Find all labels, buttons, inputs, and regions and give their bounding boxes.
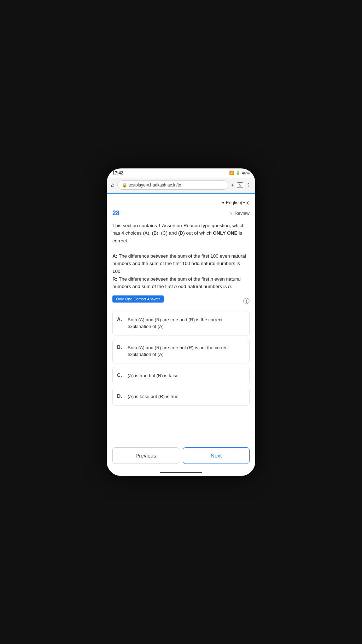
option-b-text: Both (A) and (R) are true but (R) is not… [128, 344, 245, 358]
battery-icon: 🔋 [235, 171, 240, 175]
question-number: 28 [112, 209, 119, 217]
option-b-label: B. [117, 344, 123, 350]
previous-button[interactable]: Previous [112, 447, 179, 464]
options-container: A. Both (A) and (R) are true and (R) is … [112, 311, 250, 406]
language-selector[interactable]: ▾ English(En) [112, 200, 250, 205]
reason-label: R: [112, 276, 117, 282]
next-button[interactable]: Next [183, 447, 250, 464]
option-a[interactable]: A. Both (A) and (R) are true and (R) is … [112, 311, 250, 335]
home-icon[interactable]: ⌂ [111, 182, 115, 188]
bottom-navigation: Previous Next [107, 442, 255, 469]
option-d-label: D. [117, 393, 123, 399]
only-one-text: ONLY ONE [213, 230, 237, 236]
option-b[interactable]: B. Both (A) and (R) are true but (R) is … [112, 339, 250, 363]
more-options-icon[interactable]: ⋮ [246, 182, 251, 188]
reason-text: The difference between the sum of the fi… [112, 276, 241, 289]
phone-frame: 17:42 📶 🔋 46% ⌂ 🔒 testplayerv1.aakash.ac… [107, 168, 255, 476]
assertion-text: The difference between the sum of the fi… [112, 253, 246, 274]
question-body: This section contains 1 Assertion-Reason… [112, 222, 250, 291]
language-label: English(En) [226, 200, 250, 205]
option-c-text: (A) is true but (R) is false [128, 372, 179, 379]
option-c-label: C. [117, 372, 123, 378]
option-d[interactable]: D. (A) is false but (R) is true [112, 388, 250, 406]
url-text: testplayerv1.aakash.ac.in/te [129, 183, 181, 188]
option-a-text: Both (A) and (R) are true and (R) is the… [128, 316, 245, 330]
review-button[interactable]: ☆ Review [229, 211, 250, 216]
new-tab-icon[interactable]: + [231, 182, 234, 188]
lock-icon: 🔒 [122, 183, 127, 188]
option-c[interactable]: C. (A) is true but (R) is false [112, 367, 250, 385]
option-d-text: (A) is false but (R) is true [128, 393, 179, 400]
chevron-down-icon: ▾ [222, 200, 224, 205]
url-bar[interactable]: 🔒 testplayerv1.aakash.ac.in/te [117, 180, 228, 190]
question-header: 28 ☆ Review [112, 209, 250, 217]
option-a-label: A. [117, 316, 123, 322]
review-label: Review [234, 211, 250, 216]
info-icon[interactable]: ⓘ [243, 297, 250, 305]
status-bar: 17:42 📶 🔋 46% [107, 168, 255, 178]
assertion-label: A: [112, 253, 117, 259]
star-icon: ☆ [229, 211, 233, 216]
status-time: 17:42 [112, 171, 123, 176]
home-indicator [107, 469, 255, 476]
battery-percent: 46% [242, 171, 250, 175]
browser-actions: + 5 ⋮ [231, 182, 251, 188]
network-icon: 📶 [229, 171, 234, 175]
content-area: ▾ English(En) 28 ☆ Review This section c… [107, 194, 255, 442]
answer-type-badge: Only One Correct Answer [112, 295, 164, 303]
tabs-count-badge[interactable]: 5 [237, 182, 243, 188]
browser-bar: ⌂ 🔒 testplayerv1.aakash.ac.in/te + 5 ⋮ [107, 178, 255, 193]
status-icons: 📶 🔋 46% [229, 171, 250, 175]
home-bar [160, 472, 202, 473]
